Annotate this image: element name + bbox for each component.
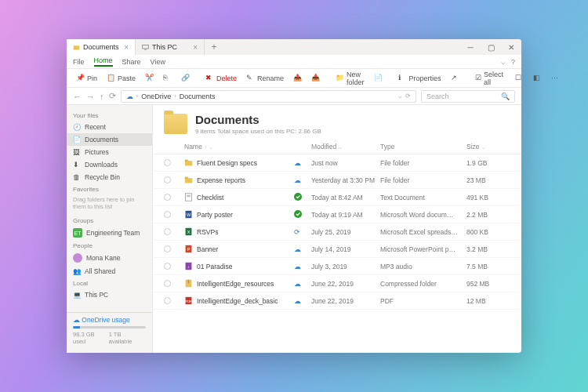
select-all-button[interactable]: ☑Select all [472,69,509,88]
new-item-button[interactable]: 📄 [371,72,386,84]
page-subtitle: 9 items Total space used on this PC: 2.8… [195,128,321,135]
sidebar-item[interactable]: 🕘Recent [67,121,152,133]
modified-date: Yesterday at 3:30 PM [311,176,380,184]
properties-button[interactable]: ℹProperties [395,72,445,84]
select-none-button[interactable]: ☐ [512,72,527,84]
cut-button[interactable]: ✂️ [142,72,157,84]
help-icon[interactable]: ? [511,58,515,66]
sync-status-icon [294,210,311,220]
col-name[interactable]: Name↑⌵ [184,143,294,151]
tab-this-pc[interactable]: This PC × [136,39,205,55]
svg-rect-5 [185,178,192,183]
file-row[interactable]: XRSVPs⟳July 25, 2019Microsoft Excel spre… [153,223,521,241]
back-button[interactable]: ← [73,92,82,101]
breadcrumb[interactable]: ☁ › OneDrive › Documents ⌵ ⟳ [121,90,417,103]
tab-documents[interactable]: Documents × [67,39,136,55]
svg-text:PDF: PDF [186,299,192,303]
svg-rect-6 [185,177,188,179]
file-size: 23 MB [466,176,506,184]
forward-button[interactable]: → [86,92,95,101]
tab-label: Documents [83,43,119,51]
modified-date: Today at 9:19 AM [311,211,380,219]
svg-rect-3 [185,161,192,165]
search-input[interactable]: Search 🔍 [421,90,515,103]
up-button[interactable]: ↑ [100,92,104,101]
copy-to-button[interactable]: 📥 [308,72,323,84]
col-size[interactable]: Size⌵ [466,143,506,151]
column-headers: Name↑⌵ Modified⌵ Type Size⌵ [153,140,521,154]
sync-status-icon: ☁ [294,176,311,184]
file-name: WParty poster [184,209,294,220]
row-checkbox[interactable] [164,176,171,183]
col-type[interactable]: Type [380,143,466,151]
menu-share[interactable]: Share [122,58,141,66]
file-size: 3.2 MB [466,245,506,253]
delete-button[interactable]: ✖Delete [202,72,240,84]
file-name: XRSVPs [184,227,294,237]
file-row[interactable]: IntelligentEdge_resources☁June 22, 2019C… [153,275,521,292]
modified-date: Just now [311,159,380,167]
menu-file[interactable]: File [73,58,85,66]
file-row[interactable]: ♪01 Paradise☁July 3, 2019MP3 audio7.5 MB [153,258,521,275]
row-checkbox[interactable] [164,245,171,252]
sync-status-icon: ☁ [294,263,311,270]
close-icon[interactable]: × [193,43,198,52]
svg-rect-7 [186,194,192,201]
row-checkbox[interactable] [164,280,171,287]
titlebar: Documents × This PC × + ─ ▢ ✕ [67,39,521,55]
sync-status-icon: ☁ [294,297,311,305]
row-checkbox[interactable] [164,263,171,270]
pin-button[interactable]: 📌Pin [73,72,100,84]
file-row[interactable]: PDFIntelligentEdge_deck_basic☁June 22, 2… [153,292,521,310]
menu-view[interactable]: View [151,58,165,66]
sync-status-icon: ☁ [294,280,311,288]
file-size: 800 KB [466,228,506,236]
file-type: Text Document [380,194,466,201]
svg-text:X: X [187,230,191,234]
minimize-button[interactable]: ─ [460,39,481,55]
refresh-button[interactable]: ⟳ [109,91,116,101]
row-checkbox[interactable] [164,159,171,166]
content-pane: Documents 9 items Total space used on th… [153,105,521,353]
file-row[interactable]: Expense reports☁Yesterday at 3:30 PMFile… [153,172,521,189]
file-type: Compressed folder [380,280,466,288]
row-checkbox[interactable] [164,297,171,304]
rename-button[interactable]: ✎Rename [243,72,287,84]
file-row[interactable]: WParty posterToday at 9:19 AMMicrosoft W… [153,206,521,223]
chevron-down-icon[interactable]: ⌵ [501,58,505,66]
file-row[interactable]: ChecklistToday at 8:42 AMText Document49… [153,189,521,206]
sidebar-item[interactable]: ⬇Downloads [67,158,152,171]
sidebar-item[interactable]: 🗑Recycle Bin [67,171,152,183]
file-type: Microsoft PowerPoint p… [380,245,466,253]
copy-path-button[interactable]: 🔗 [178,72,193,84]
new-folder-button[interactable]: 📁New folder [332,69,368,88]
invert-selection-button[interactable]: ◧ [530,72,545,84]
menu-home[interactable]: Home [94,56,113,67]
col-modified[interactable]: Modified⌵ [311,143,380,151]
row-checkbox[interactable] [164,228,171,235]
new-tab-button[interactable]: + [205,39,223,55]
open-button[interactable]: ↗ [448,72,463,84]
modified-date: June 22, 2019 [311,297,380,305]
move-button[interactable]: 📤 [290,72,305,84]
sidebar-item[interactable]: 📄Documents [67,133,152,146]
row-checkbox[interactable] [164,211,171,218]
sidebar-item[interactable]: 👥All Shared [67,265,152,278]
sidebar-item[interactable]: Mona Kane [67,251,152,265]
paste-button[interactable]: 📋Paste [103,72,139,84]
file-name: ♪01 Paradise [184,261,294,271]
close-icon[interactable]: × [124,43,129,52]
row-checkbox[interactable] [164,194,171,201]
sidebar-item[interactable]: ETEngineering Team [67,226,152,240]
file-row[interactable]: Fluent Design specs☁Just nowFile folder1… [153,154,521,172]
maximize-button[interactable]: ▢ [481,39,501,55]
close-button[interactable]: ✕ [501,39,521,55]
sidebar-item[interactable]: 💻This PC [67,289,152,301]
sidebar-group-label: Favorites [67,183,152,194]
copy-button[interactable]: ⎘ [160,72,175,84]
tab-label: This PC [152,43,177,51]
file-row[interactable]: PBanner☁July 14, 2019Microsoft PowerPoin… [153,241,521,258]
cloud-icon: ☁ [126,93,133,100]
more-button[interactable]: ⋯ [548,73,561,84]
sidebar-item[interactable]: 🖼Pictures [67,146,152,158]
